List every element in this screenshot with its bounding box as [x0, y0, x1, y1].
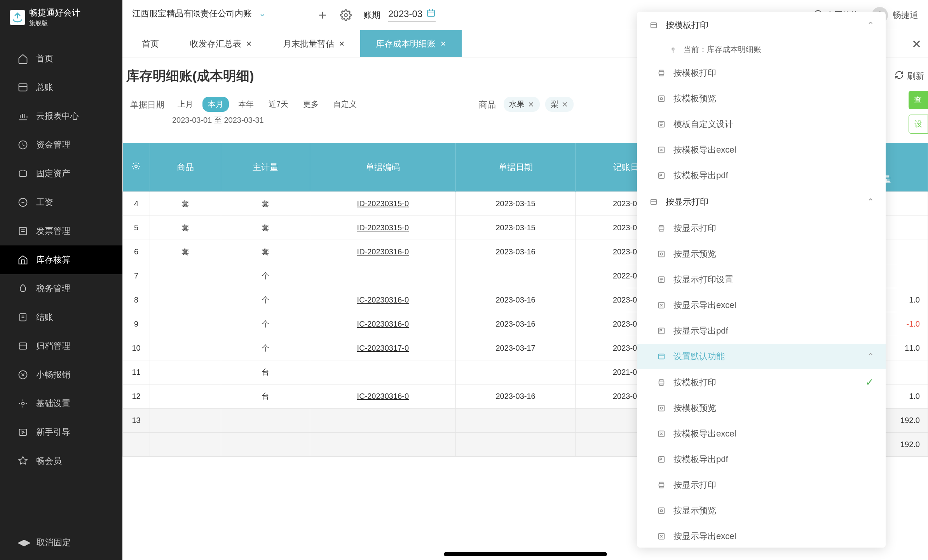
dd-item-2-3[interactable]: 按模板导出pdf — [637, 447, 886, 472]
cell-unit: 个 — [221, 312, 310, 336]
brand-logo-icon — [10, 10, 25, 25]
dd-item-0-0[interactable]: 按模板打印 — [637, 60, 886, 86]
nav-item-7[interactable]: 库存核算 — [0, 245, 122, 274]
sidebar-unpin[interactable]: ◀▶ 取消固定 — [0, 529, 122, 560]
date-chip[interactable]: 更多 — [298, 97, 324, 112]
goods-tag[interactable]: 水果✕ — [504, 97, 540, 112]
goods-tag[interactable]: 梨✕ — [545, 97, 574, 112]
cell-unit: 台 — [221, 384, 310, 408]
nav-item-11[interactable]: 小畅报销 — [0, 360, 122, 389]
dd-item-1-1[interactable]: 按显示预览 — [637, 241, 886, 267]
date-chip[interactable]: 上月 — [172, 97, 199, 112]
tab-3[interactable]: 库存成本明细账✕ — [360, 30, 462, 57]
tab-2[interactable]: 月末批量暂估✕ — [267, 30, 360, 57]
nav-item-10[interactable]: 归档管理 — [0, 332, 122, 360]
dd-item-0-3[interactable]: 按模板导出excel — [637, 137, 886, 163]
cell-date: 2023-03-16 — [456, 384, 576, 408]
svg-rect-9 — [19, 429, 27, 435]
query-float-button[interactable]: 查 — [909, 91, 928, 109]
col-gear[interactable] — [123, 143, 150, 191]
dd-item-2-6[interactable]: 按显示导出excel — [637, 523, 886, 548]
cell-index: 12 — [123, 384, 150, 408]
cell-date — [456, 360, 576, 384]
nav-item-6[interactable]: 发票管理 — [0, 217, 122, 245]
cell-goods — [150, 336, 221, 360]
dd-item-1-0[interactable]: 按显示打印 — [637, 216, 886, 241]
dd-item-1-4[interactable]: 按显示导出pdf — [637, 318, 886, 344]
dd-group-header-2[interactable]: 设置默认功能⌃ — [637, 344, 886, 369]
dd-item-2-1[interactable]: 按模板预览 — [637, 395, 886, 421]
svg-point-8 — [22, 402, 24, 405]
nav-icon-0 — [17, 53, 28, 64]
nav-item-14[interactable]: 畅会员 — [0, 447, 122, 475]
date-chip[interactable]: 本年 — [233, 97, 259, 112]
nav-item-2[interactable]: 云报表中心 — [0, 102, 122, 130]
preview-icon — [656, 249, 666, 259]
dd-item-label: 按显示导出excel — [673, 530, 736, 542]
refresh-label: 刷新 — [907, 70, 924, 82]
close-panel-button[interactable]: ✕ — [905, 30, 928, 57]
cell-unit: 个 — [221, 288, 310, 312]
dd-item-2-4[interactable]: 按显示打印 — [637, 472, 886, 498]
settings-float-button[interactable]: 设 — [909, 115, 928, 134]
cell-code[interactable]: ID-20230316-0 — [310, 240, 456, 264]
dd-item-2-2[interactable]: 按模板导出excel — [637, 421, 886, 447]
dd-group-header-1[interactable]: 按显示打印⌃ — [637, 188, 886, 216]
nav-item-3[interactable]: 资金管理 — [0, 130, 122, 159]
dd-item-2-0[interactable]: 按模板打印✓ — [637, 369, 886, 395]
nav-item-1[interactable]: 总账 — [0, 73, 122, 102]
tag-remove-icon[interactable]: ✕ — [562, 100, 568, 109]
refresh-icon — [895, 70, 904, 82]
cell-code[interactable]: IC-20230317-0 — [310, 336, 456, 360]
tab-0[interactable]: 首页 — [126, 30, 174, 57]
refresh-button[interactable]: 刷新 — [895, 70, 924, 82]
tag-remove-icon[interactable]: ✕ — [528, 100, 534, 109]
cell-goods — [150, 264, 221, 288]
cell-unit — [221, 408, 310, 432]
add-icon[interactable] — [317, 9, 328, 21]
tab-close-icon[interactable]: ✕ — [339, 40, 345, 48]
dd-item-label: 按模板导出pdf — [673, 454, 728, 465]
print-icon — [656, 223, 666, 233]
nav-item-12[interactable]: 基础设置 — [0, 389, 122, 418]
cell-code[interactable]: ID-20230315-0 — [310, 216, 456, 240]
cell-goods — [150, 360, 221, 384]
nav-item-8[interactable]: 税务管理 — [0, 274, 122, 303]
tab-1[interactable]: 收发存汇总表✕ — [174, 30, 267, 57]
nav-item-4[interactable]: 固定资产 — [0, 159, 122, 188]
nav-item-9[interactable]: 结账 — [0, 303, 122, 332]
svg-rect-16 — [659, 71, 664, 74]
svg-rect-24 — [659, 251, 665, 257]
nav-item-13[interactable]: 新手引导 — [0, 418, 122, 447]
date-chip[interactable]: 近7天 — [263, 97, 294, 112]
dd-item-0-1[interactable]: 按模板预览 — [637, 86, 886, 111]
dd-item-1-2[interactable]: 按显示打印设置 — [637, 267, 886, 292]
cell-code[interactable]: ID-20230315-0 — [310, 191, 456, 216]
period-select[interactable]: 2023-03 — [388, 8, 436, 22]
nav-label: 归档管理 — [36, 340, 70, 352]
gear-icon[interactable] — [340, 9, 352, 21]
cell-code[interactable]: IC-20230316-0 — [310, 288, 456, 312]
svg-rect-22 — [651, 200, 657, 205]
group-label: 按模板打印 — [666, 19, 708, 31]
nav-item-5[interactable]: 工资 — [0, 188, 122, 217]
group-icon — [649, 197, 659, 207]
dd-item-1-3[interactable]: 按显示导出excel — [637, 292, 886, 318]
company-select[interactable]: 江西服宝精品有限责任公司内账 ⌄ — [132, 8, 307, 22]
dd-item-0-2[interactable]: 模板自定义设计 — [637, 111, 886, 137]
cell-code[interactable]: IC-20230316-0 — [310, 312, 456, 336]
nav-icon-9 — [17, 312, 28, 323]
dd-item-2-5[interactable]: 按显示预览 — [637, 498, 886, 523]
nav-item-0[interactable]: 首页 — [0, 44, 122, 73]
tab-close-icon[interactable]: ✕ — [440, 40, 446, 48]
chevron-up-icon: ⌃ — [867, 197, 874, 207]
dd-item-label: 按模板导出pdf — [673, 170, 728, 181]
goods-tags: 水果✕梨✕ — [504, 97, 574, 112]
dd-group-header-0[interactable]: 按模板打印⌃ — [637, 12, 886, 39]
dd-item-0-4[interactable]: 按模板导出pdf — [637, 163, 886, 188]
cell-code — [310, 264, 456, 288]
cell-code[interactable]: IC-20230316-0 — [310, 384, 456, 408]
tab-close-icon[interactable]: ✕ — [246, 40, 252, 48]
date-chip[interactable]: 自定义 — [328, 97, 362, 112]
date-chip[interactable]: 本月 — [202, 97, 229, 112]
